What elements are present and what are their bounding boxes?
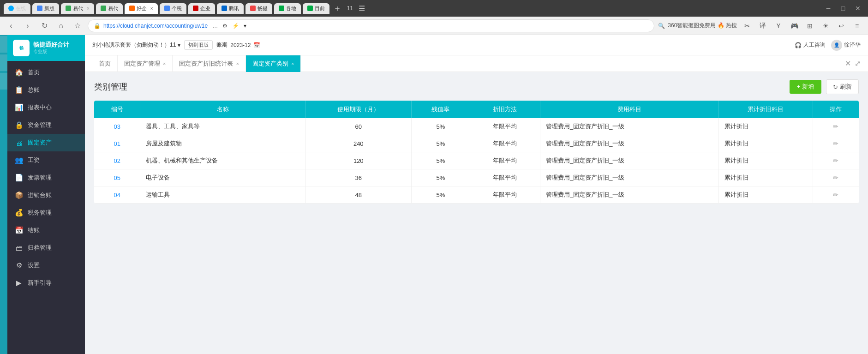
tab-maximize-button[interactable]: ⤢: [855, 59, 861, 68]
search-label: 🔍: [658, 23, 665, 29]
sidebar-item-label-finance: 资金管理: [28, 121, 52, 129]
tax-icon: 💰: [15, 209, 23, 217]
refresh-button[interactable]: ↻ 刷新: [826, 79, 859, 94]
cell-action-4[interactable]: ✏: [813, 186, 859, 204]
sidebar-item-assets[interactable]: 🖨 固定资产: [7, 134, 85, 151]
browser-tab-1[interactable]: 新版: [32, 3, 59, 14]
sidebar-item-close[interactable]: 📅 结账: [7, 222, 85, 239]
cell-id-3: 05: [94, 169, 140, 186]
edit-icon-0[interactable]: ✏: [833, 123, 838, 130]
minimize-button[interactable]: −: [822, 2, 835, 15]
user-dropdown-icon[interactable]: ▾: [178, 42, 180, 48]
maximize-button[interactable]: □: [837, 2, 850, 15]
cell-method-3: 年限平均: [470, 169, 540, 186]
sidebar-item-reports[interactable]: 📊 报表中心: [7, 99, 85, 116]
close-button[interactable]: ✕: [851, 2, 864, 15]
cell-rate-4: 5%: [412, 186, 470, 204]
sidebar-item-label-inventory: 进销台账: [28, 191, 52, 199]
sidebar-item-archive[interactable]: 🗃 归档管理: [7, 239, 85, 257]
consult-area[interactable]: 🎧 人工咨询: [795, 41, 826, 49]
sidebar-item-inventory[interactable]: 📦 进销台账: [7, 186, 85, 204]
edit-icon-1[interactable]: ✏: [833, 140, 838, 147]
sidebar-item-payroll[interactable]: 👥 工资: [7, 151, 85, 169]
tab-assets-mgmt[interactable]: 固定资产管理 ×: [118, 55, 173, 72]
edit-icon-3[interactable]: ✏: [833, 174, 838, 181]
user-name: 刘小艳演示套套（勿删勿动！）11: [92, 41, 176, 49]
game-icon[interactable]: 🎮: [788, 19, 801, 32]
browser-tab-7[interactable]: 腾讯: [217, 3, 244, 14]
sidebar-item-guide[interactable]: ▶ 新手引导: [7, 274, 85, 292]
bookmark-button[interactable]: ☆: [71, 19, 84, 32]
browser-tab-10[interactable]: 目前: [303, 3, 329, 14]
browser-tab-6[interactable]: 企业: [188, 3, 215, 14]
address-bar[interactable]: 🔒 https://cloud.chanjet.com/accounting/u…: [88, 19, 654, 32]
sidebar-item-settings[interactable]: ⚙ 设置: [7, 257, 85, 274]
col-header-rate: 残值率: [412, 101, 470, 118]
cell-rate-3: 5%: [412, 169, 470, 186]
cell-action-3[interactable]: ✏: [813, 169, 859, 186]
strip-btn-2[interactable]: [0, 54, 7, 71]
tab-home[interactable]: 首页: [92, 55, 118, 72]
new-tab-button[interactable]: ＋: [333, 3, 341, 14]
tab-category-close[interactable]: ×: [291, 61, 294, 66]
cell-rate-1: 5%: [412, 135, 470, 152]
tab-assets-mgmt-close[interactable]: ×: [163, 61, 166, 66]
browser-tab-5[interactable]: 个税: [160, 3, 186, 14]
user-avatar-area[interactable]: 👤 徐泽华: [831, 40, 861, 51]
cell-accum-3: 累计折旧: [718, 169, 813, 186]
col-header-subject: 费用科目: [540, 101, 718, 118]
wallet-icon[interactable]: ¥: [772, 19, 785, 32]
sidebar-item-finance[interactable]: 🔒 资金管理: [7, 116, 85, 134]
tab-category[interactable]: 固定资产类别 ×: [246, 55, 301, 72]
browser-tab-0[interactable]: 在线: [4, 3, 30, 14]
tab-depreciation[interactable]: 固定资产折旧统计表 ×: [173, 55, 245, 72]
undo-icon[interactable]: ↩: [835, 19, 848, 32]
brightness-icon[interactable]: ☀: [819, 19, 832, 32]
cell-id-0: 03: [94, 118, 140, 135]
tab-close-all-button[interactable]: ✕: [845, 59, 851, 68]
sidebar-item-invoice[interactable]: 📄 发票管理: [7, 169, 85, 186]
top-bar-left: 刘小艳演示套套（勿删勿动！）11 ▾ 切到旧版 账期 2023-12 📅: [92, 40, 787, 50]
tab-menu-button[interactable]: ☰: [359, 4, 365, 13]
back-button[interactable]: ‹: [5, 19, 18, 32]
translate-icon[interactable]: 译: [756, 19, 769, 32]
browser-tab-9[interactable]: 各地: [274, 3, 301, 14]
sidebar-item-label-settings: 设置: [28, 261, 40, 270]
search-hint: 360智能抠图免费用 🔥 热搜: [668, 22, 737, 30]
grid-icon[interactable]: ⊞: [803, 19, 816, 32]
reload-button[interactable]: ↻: [38, 19, 51, 32]
cut-icon[interactable]: ✂: [741, 19, 754, 32]
switch-btn[interactable]: 切到旧版: [184, 40, 213, 50]
browser-tab-2[interactable]: 易代 ×: [61, 3, 94, 14]
period-value: 2023-12: [230, 42, 251, 48]
col-header-action: 操作: [813, 101, 859, 118]
username-label: 徐泽华: [844, 41, 861, 49]
add-button[interactable]: + 新增: [790, 80, 821, 94]
col-header-id: 编号: [94, 101, 140, 118]
sidebar-item-tax[interactable]: 💰 税务管理: [7, 204, 85, 222]
tab-depreciation-close[interactable]: ×: [236, 61, 239, 66]
table-row: 01 房屋及建筑物 240 5% 年限平均 管理费用_固定资产折旧_一级 累计折…: [94, 135, 859, 152]
cell-period-1: 240: [305, 135, 412, 152]
cell-action-2[interactable]: ✏: [813, 152, 859, 169]
forward-button[interactable]: ›: [21, 19, 34, 32]
browser-tab-3[interactable]: 易代: [96, 3, 123, 14]
cell-action-0[interactable]: ✏: [813, 118, 859, 135]
sidebar-item-home[interactable]: 🏠 首页: [7, 64, 85, 81]
menu-icon[interactable]: ≡: [850, 19, 863, 32]
cell-action-1[interactable]: ✏: [813, 135, 859, 152]
browser-tab-8[interactable]: 畅提: [245, 3, 272, 14]
cell-name-1: 房屋及建筑物: [140, 135, 305, 152]
edit-icon-4[interactable]: ✏: [833, 191, 838, 198]
calendar-icon[interactable]: 📅: [253, 42, 260, 48]
col-header-method: 折旧方法: [470, 101, 540, 118]
sidebar-item-ledger[interactable]: 📋 总账: [7, 81, 85, 99]
page-tab-actions: ✕ ⤢: [845, 59, 861, 68]
settings-icon: ⚙: [15, 261, 23, 270]
browser-tab-4[interactable]: 好企 ×: [125, 3, 158, 14]
tab-count[interactable]: 11: [347, 5, 353, 12]
strip-btn-3[interactable]: [0, 73, 7, 90]
edit-icon-2[interactable]: ✏: [833, 157, 838, 164]
home-button[interactable]: ⌂: [54, 19, 67, 32]
strip-btn-1[interactable]: [0, 36, 7, 53]
